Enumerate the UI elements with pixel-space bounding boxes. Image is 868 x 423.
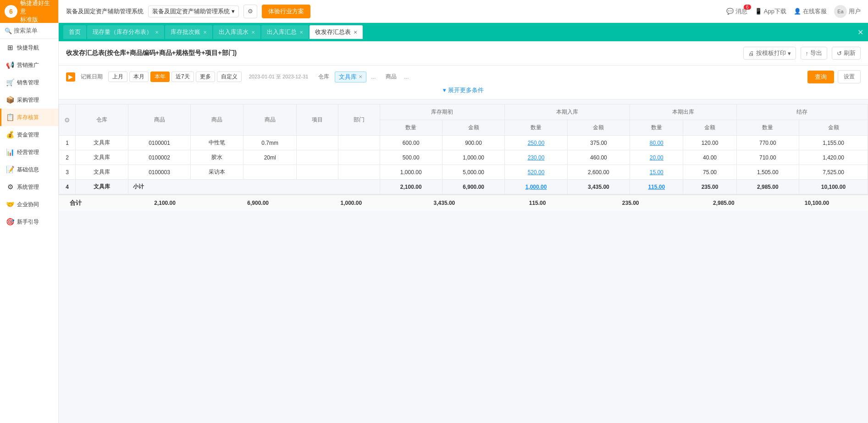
nav-icon-purchase: 📦 [6,96,14,104]
sidebar-item-marketing[interactable]: 📢营销推广 [0,56,58,74]
row-in-qty[interactable]: 520.00 [505,165,567,180]
tab-stock-dist[interactable]: 现存量（库存分布表）✕ [87,25,164,39]
tab-bar: 首页现存量（库存分布表）✕库存批次账✕出入库流水✕出入库汇总✕收发存汇总表✕✕ [59,23,868,41]
chevron-down-icon: ▾ [232,8,235,15]
row-bal-qty: 710.00 [736,150,799,165]
tab-home[interactable]: 首页 [63,25,86,39]
date-btn-自定义[interactable]: 自定义 [217,71,242,82]
export-icon: ↑ [806,50,809,57]
row-in-qty[interactable]: 230.00 [505,150,567,165]
row-open-amt: 5,000.00 [442,165,504,180]
row-out-qty[interactable]: 80.00 [630,136,683,150]
th-product-name: 商品 [191,104,243,136]
warehouse-more[interactable]: ... [371,74,376,80]
row-dept [338,136,380,150]
sidebar-item-enterprise[interactable]: 🤝企业协同 [0,196,58,213]
settings-button[interactable]: ⚙ [243,5,257,18]
row-in-qty[interactable]: 250.00 [505,136,567,150]
sidebar-item-guide[interactable]: 🎯新手引导 [0,213,58,231]
row-out-qty[interactable]: 20.00 [630,150,683,165]
tab-close-batch[interactable]: ✕ [203,30,207,35]
nav-label-enterprise: 企业协同 [17,201,39,209]
sidebar-item-sales[interactable]: 🛒销售管理 [0,74,58,91]
warehouse-tag[interactable]: 文具库 ✕ [335,71,366,82]
app-download-action[interactable]: 📱 App下载 [755,7,786,16]
filter-toggle-button[interactable]: ▶ [66,72,75,82]
date-btn-上月[interactable]: 上月 [108,71,127,82]
sidebar-item-operation[interactable]: 📊经营管理 [0,143,58,161]
row-in-amt: 375.00 [567,136,630,150]
search-menu[interactable]: 🔍 搜索菜单 [0,23,58,39]
experience-button[interactable]: 体验行业方案 [262,5,310,18]
th-project: 项目 [297,104,338,136]
th-balance: 结存 [736,104,868,120]
tab-close-inout-flow[interactable]: ✕ [251,30,255,35]
row-out-qty[interactable]: 15.00 [630,165,683,180]
row-warehouse: 文具库 [76,165,128,180]
tab-close-inout-summary[interactable]: ✕ [299,30,303,35]
header-right: 💬 消息 6 📱 App下载 👤 在线客服 Ea 用户 [726,5,861,18]
sidebar-item-system[interactable]: ⚙系统管理 [0,178,58,196]
app-download-label: App下载 [764,7,786,16]
subtotal-no: 4 [59,180,76,194]
sidebar-item-inventory[interactable]: 📋库存核算 [0,109,58,126]
subtotal-open-qty: 2,100.00 [380,180,442,194]
sidebar-item-basic[interactable]: 📝基础信息 [0,161,58,178]
print-icon: 🖨 [748,50,754,57]
logo-text: 畅捷通好生意 标准版 [20,0,54,24]
tab-close-receive-send[interactable]: ✕ [354,30,357,35]
query-button[interactable]: 查询 [807,71,834,83]
expand-conditions-button[interactable]: ▾ 展开更多条件 [443,86,484,94]
user-action[interactable]: Ea 用户 [834,5,861,18]
th-stock-in: 本期入库 [505,104,630,120]
online-service-action[interactable]: 👤 在线客服 [794,7,827,16]
print-button[interactable]: 🖨 按模板打印 ▾ [743,47,796,60]
sidebar-item-quick-nav[interactable]: ⊞快捷导航 [0,39,58,56]
message-icon: 💬 [726,8,734,15]
column-settings-icon[interactable]: ⚙ [64,116,70,124]
row-dept [338,150,380,165]
filter-settings-button[interactable]: 设置 [838,70,861,83]
page-title: 收发存汇总表(按仓库+商品编码+商品+规格型号+项目+部门) [66,49,237,57]
row-name: 胶水 [191,150,243,165]
nav-icon-marketing: 📢 [6,61,14,69]
export-button[interactable]: ↑ 导出 [801,47,828,60]
message-action[interactable]: 💬 消息 6 [726,7,747,16]
system-select[interactable]: 装备及固定资产辅助管理系统 ▾ [148,5,239,17]
tab-inout-summary[interactable]: 出入库汇总✕ [261,25,309,39]
download-icon: 📱 [755,8,762,15]
warehouse-tag-close[interactable]: ✕ [359,74,362,79]
row-bal-amt: 7,525.00 [799,165,868,180]
tab-receive-send[interactable]: 收发存汇总表✕ [310,25,363,39]
tab-close-stock-dist[interactable]: ✕ [155,30,159,35]
nav-icon-enterprise: 🤝 [6,200,14,209]
tab-label-stock-dist: 现存量（库存分布表） [93,28,152,36]
data-table-container: ⚙ 仓库 商品 商品 商品 项目 部门 库存期初 本期入库 本期出库 结存 [59,104,868,211]
date-btn-近7天[interactable]: 近7天 [171,71,194,82]
subtotal-label: 小计 [128,180,380,194]
row-spec: 0.7mm [243,136,297,150]
date-btn-本年[interactable]: 本年 [150,71,170,82]
date-btn-更多[interactable]: 更多 [196,71,215,82]
table-row: 3 文具库 0100003 采访本 1,000.00 5,000.00 520.… [59,165,868,180]
tab-inout-flow[interactable]: 出入库流水✕ [213,25,260,39]
tab-batch[interactable]: 库存批次账✕ [165,25,212,39]
row-no: 1 [59,136,76,150]
filter-bar: ▶ 记账日期 上月本月本年近7天更多自定义 2023-01-01 至 2023-… [59,66,868,99]
date-buttons: 上月本月本年近7天更多自定义 [108,71,242,82]
refresh-button[interactable]: ↺ 刷新 [832,47,861,60]
sidebar-item-finance[interactable]: 💰资金管理 [0,126,58,143]
sidebar-item-purchase[interactable]: 📦采购管理 [0,91,58,109]
warehouse-label: 仓库 [318,73,329,81]
date-btn-本月[interactable]: 本月 [129,71,149,82]
sidebar-logo: 6 畅捷通好生意 标准版 [0,0,58,23]
chevron-down-icon-print: ▾ [788,50,791,57]
date-label: 记账日期 [81,73,103,81]
goods-more[interactable]: ... [404,74,409,80]
total-in-amt: 3,435.00 [398,200,491,206]
tabbar-close-button[interactable]: ✕ [857,28,863,37]
row-out-amt: 40.00 [683,150,736,165]
row-project [297,136,338,150]
nav-icon-basic: 📝 [6,165,14,174]
date-range: 2023-01-01 至 2023-12-31 [249,73,309,80]
